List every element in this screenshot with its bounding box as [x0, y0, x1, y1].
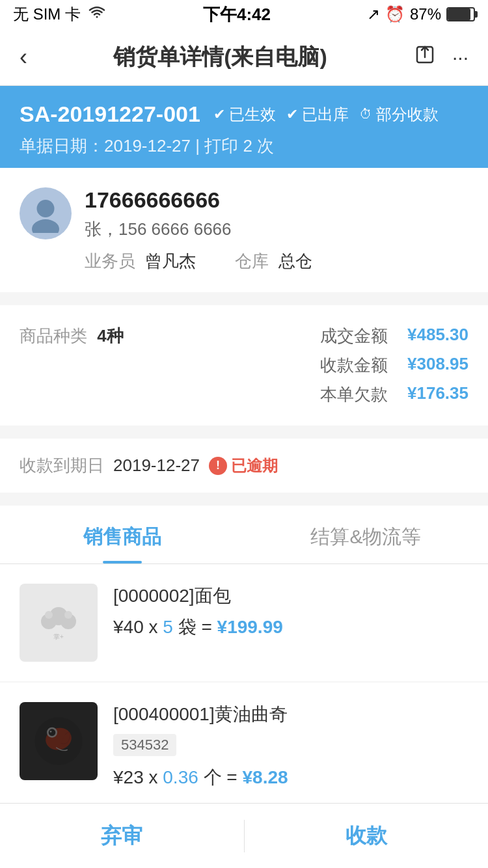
badge-effective: ✔ 已生效: [213, 104, 276, 125]
order-id: SA-20191227-001: [20, 102, 200, 127]
back-button[interactable]: ‹: [20, 44, 27, 71]
due-date-value: 2019-12-27: [113, 455, 200, 476]
due-label: 收款到期日: [20, 454, 104, 477]
svg-point-12: [49, 729, 56, 736]
order-header: SA-20191227-001 ✔ 已生效 ✔ 已出库 ⏱ 部分收款 单据日期：…: [0, 86, 488, 168]
customer-section: 17666666666 张，156 6666 6666 业务员 曾凡杰 仓库 总…: [0, 168, 488, 292]
product-total: ¥199.99: [217, 617, 283, 637]
product-name-2: [000400001]黄油曲奇: [113, 702, 468, 727]
carrier-text: 无 SIM 卡: [13, 4, 81, 25]
tab-settlement[interactable]: 结算&物流等: [244, 506, 488, 563]
product-thumbnail: 掌+: [20, 584, 98, 662]
badge-shipped: ✔ 已出库: [286, 104, 349, 125]
order-badges: ✔ 已生效 ✔ 已出库 ⏱ 部分收款: [213, 104, 439, 125]
customer-meta: 业务员 曾凡杰 仓库 总仓: [85, 250, 468, 273]
clock-icon: ⏱: [359, 107, 372, 122]
due-date-section: 收款到期日 2019-12-27 ! 已逾期: [0, 439, 488, 493]
customer-contact: 张，156 6666 6666: [85, 218, 468, 241]
page-title: 销货单详情(来自电脑): [113, 42, 327, 72]
debt-amount-row: 本单欠款 ¥176.35: [320, 383, 468, 406]
product-price: ¥40 x 5 袋 = ¥199.99: [113, 615, 468, 640]
tab-sales-products[interactable]: 销售商品: [0, 506, 244, 563]
amount-stats: 成交金额 ¥485.30 收款金额 ¥308.95 本单欠款 ¥176.35: [320, 325, 468, 406]
product-details: [0000002]面包 ¥40 x 5 袋 = ¥199.99: [113, 584, 468, 640]
overdue-icon: !: [209, 457, 227, 475]
svg-point-2: [32, 219, 59, 233]
list-item: [000400001]黄油曲奇 534532 ¥23 x 0.36 个 = ¥8…: [0, 683, 488, 809]
products-list: 掌+ [0000002]面包 ¥40 x 5 袋 = ¥199.99: [0, 564, 488, 809]
customer-info: 17666666666 张，156 6666 6666 业务员 曾凡杰 仓库 总…: [85, 187, 468, 273]
battery-text: 87%: [410, 5, 441, 23]
check-icon: ✔: [213, 106, 225, 123]
confirm-button[interactable]: 收款: [245, 809, 489, 863]
status-time: 下午4:42: [203, 3, 271, 26]
stats-section: 商品种类 4种 成交金额 ¥485.30 收款金额 ¥308.95 本单欠款 ¥…: [0, 305, 488, 426]
status-right: ↗ ⏰ 87%: [367, 5, 475, 23]
status-bar: 无 SIM 卡 下午4:42 ↗ ⏰ 87%: [0, 0, 488, 29]
svg-point-7: [64, 611, 72, 619]
order-date: 单据日期：2019-12-27 | 打印 2 次: [20, 135, 468, 157]
more-button[interactable]: ···: [452, 46, 468, 68]
product-name: [0000002]面包: [113, 584, 468, 608]
list-item: 掌+ [0000002]面包 ¥40 x 5 袋 = ¥199.99: [0, 564, 488, 681]
status-left: 无 SIM 卡: [13, 4, 107, 25]
product-price-2: ¥23 x 0.36 个 = ¥8.28: [113, 765, 468, 790]
svg-point-6: [45, 611, 53, 619]
deal-amount-row: 成交金额 ¥485.30: [320, 325, 468, 347]
overdue-badge: ! 已逾期: [209, 455, 278, 476]
battery-icon: [446, 7, 475, 21]
product-qty: 5: [163, 617, 173, 637]
salesperson-field: 业务员 曾凡杰: [85, 250, 196, 273]
product-sku: 534532: [113, 734, 176, 756]
customer-account: 17666666666: [85, 187, 468, 213]
product-total-2: ¥8.28: [242, 767, 288, 787]
warehouse-field: 仓库 总仓: [235, 250, 312, 273]
product-types: 商品种类 4种: [20, 325, 124, 347]
cancel-button[interactable]: 弃审: [0, 809, 244, 863]
product-thumbnail-2: [20, 702, 98, 780]
banner-top: SA-20191227-001 ✔ 已生效 ✔ 已出库 ⏱ 部分收款: [20, 102, 468, 127]
location-icon: ↗: [367, 5, 380, 23]
bottom-bar: 弃审 收款: [0, 803, 488, 868]
badge-partial: ⏱ 部分收款: [359, 104, 439, 125]
share-button[interactable]: [413, 43, 437, 71]
check-icon-2: ✔: [286, 106, 298, 123]
product-details-2: [000400001]黄油曲奇 534532 ¥23 x 0.36 个 = ¥8…: [113, 702, 468, 790]
nav-bar: ‹ 销货单详情(来自电脑) ···: [0, 29, 488, 86]
wifi-icon: [87, 5, 107, 23]
nav-actions: ···: [413, 43, 468, 71]
tabs: 销售商品 结算&物流等: [0, 506, 488, 564]
svg-point-1: [37, 200, 55, 217]
received-amount-row: 收款金额 ¥308.95: [320, 354, 468, 377]
svg-text:掌+: 掌+: [53, 633, 64, 640]
product-qty-2: 0.36: [163, 767, 198, 787]
svg-point-13: [50, 731, 52, 733]
alarm-icon: ⏰: [385, 5, 405, 23]
avatar: [20, 187, 72, 239]
